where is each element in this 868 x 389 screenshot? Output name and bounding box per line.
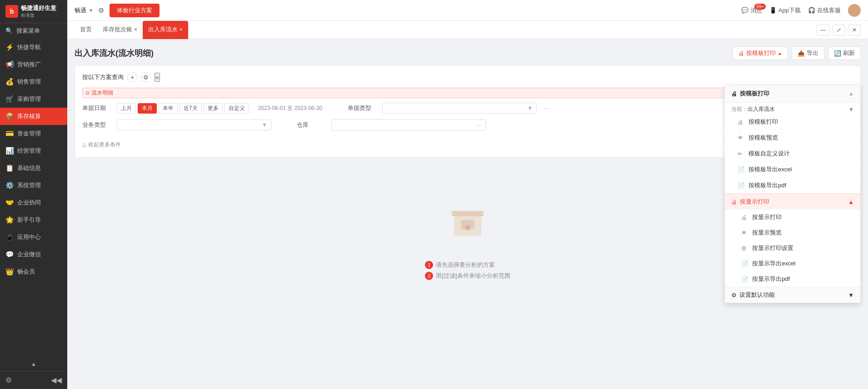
- dropdown-item-display-preview[interactable]: 👁 按显示预览: [725, 225, 860, 240]
- filter-warehouse-select[interactable]: ···: [331, 119, 486, 131]
- header-dropdown-icon[interactable]: ▼: [88, 7, 94, 14]
- tab-home[interactable]: 首页: [75, 21, 97, 39]
- display-section-title: 按显示打印: [740, 198, 769, 206]
- dropdown-item-template-preview[interactable]: 👁 按模板预览: [725, 130, 860, 146]
- search-icon: 🔍: [5, 27, 13, 34]
- dropdown-current-chevron[interactable]: ▼: [848, 106, 854, 113]
- sidebar-item-purchase[interactable]: 🛒 采购管理: [0, 90, 67, 108]
- dropdown-item-template-excel-label: 按模板导出excel: [748, 165, 792, 174]
- tab-flow-close[interactable]: ×: [180, 27, 183, 32]
- messages-badge: 99+: [754, 4, 766, 10]
- dropdown-item-template-print[interactable]: 🖨 按模板打印: [725, 114, 860, 130]
- footer-settings-icon[interactable]: ⚙: [5, 376, 12, 384]
- sidebar-item-marketing[interactable]: 📢 营销推广: [0, 56, 67, 73]
- filter-tag-label: 流水明细: [91, 89, 113, 97]
- dropdown-display-section-header[interactable]: 🖨 按显示打印 ▲: [725, 194, 860, 209]
- sidebar-item-label: 新手引导: [17, 216, 41, 224]
- header-right: 💬 消息 99+ 📱 App下载 🎧 在线客服: [741, 4, 861, 17]
- dropdown-chevron-up[interactable]: ▲: [848, 90, 854, 97]
- template-excel-icon: 📄: [738, 166, 745, 173]
- sidebar-item-wechat[interactable]: 💬 企业微信: [0, 246, 67, 263]
- tab-batch-close[interactable]: ×: [134, 27, 137, 32]
- sidebar-logo: b 畅捷通好生意 标准版: [0, 0, 67, 23]
- dropdown-item-template-custom[interactable]: ✏ 模板自定义设计: [725, 146, 860, 162]
- filter-doc-type-label: 单据类型: [348, 104, 375, 112]
- tab-batch[interactable]: 库存批次账 ×: [97, 21, 143, 39]
- display-section-chevron[interactable]: ▲: [848, 199, 854, 205]
- header-gear-icon[interactable]: ⚙: [98, 6, 104, 15]
- collapse-more[interactable]: △ 收起更多条件: [82, 141, 121, 149]
- app-title: 畅捷通好生意: [21, 5, 56, 12]
- dropdown-item-display-excel[interactable]: 📄 按显示导出excel: [725, 256, 860, 271]
- template-print-icon: 🖨: [738, 119, 745, 125]
- sidebar-item-system[interactable]: ⚙️ 系统管理: [0, 177, 67, 194]
- dropdown-panel: 🖨 按模板打印 ▲ 当前：出入库流水 ▼ 🖨 按模板打印 👁: [724, 85, 861, 303]
- date-btn-this-month[interactable]: 本月: [138, 103, 157, 114]
- messages-item[interactable]: 💬 消息 99+: [741, 6, 762, 15]
- filter-settings-button[interactable]: ⚙: [141, 72, 151, 82]
- filter-biz-type-select[interactable]: ▼: [117, 120, 271, 130]
- tip-1-text: 请先选择要分析的方案: [436, 261, 495, 269]
- display-print-icon: 🖨: [741, 214, 748, 221]
- customer-service-item[interactable]: 🎧 在线客服: [808, 6, 841, 15]
- date-btn-7days[interactable]: 近7天: [180, 103, 202, 114]
- dropdown-header-title: 🖨 按模板打印: [731, 90, 769, 98]
- sidebar-item-guide[interactable]: 🌟 新手引导: [0, 211, 67, 229]
- sidebar-item-inventory[interactable]: 📦 库存核算: [0, 108, 67, 125]
- date-btn-last-month[interactable]: 上月: [117, 103, 136, 114]
- finance-icon: 💳: [5, 130, 14, 138]
- sidebar-item-label: 基础信息: [17, 164, 41, 172]
- template-pdf-icon: 📄: [738, 182, 745, 189]
- dropdown-item-template-export-pdf[interactable]: 📄 按模板导出pdf: [725, 178, 860, 194]
- inventory-icon: 📦: [5, 112, 14, 120]
- print-button[interactable]: 🖨 按模板打印 ▲: [733, 46, 788, 60]
- print-label: 按模板打印: [746, 49, 776, 57]
- date-btn-this-year[interactable]: 本年: [159, 103, 178, 114]
- refresh-label: 刷新: [843, 49, 855, 57]
- dropdown-item-template-export-excel[interactable]: 📄 按模板导出excel: [725, 162, 860, 178]
- page-header: 出入库流水(流水明细) 🖨 按模板打印 ▲ 📤 导出 🔄 刷新: [75, 46, 861, 60]
- sidebar-item-quick-nav[interactable]: ⚡ 快捷导航: [0, 39, 67, 56]
- app-download-label: App下载: [778, 6, 801, 15]
- app-download-item[interactable]: 📱 App下载: [769, 6, 801, 15]
- avatar[interactable]: [848, 4, 861, 17]
- dropdown-item-template-print-label: 按模板打印: [748, 118, 778, 126]
- display-excel-icon: 📄: [741, 260, 748, 267]
- filter-doc-type-select[interactable]: ▼: [382, 103, 537, 114]
- filter-collapse-button[interactable]: «: [155, 73, 160, 82]
- date-btn-more[interactable]: 更多: [204, 103, 223, 114]
- tab-minimize-button[interactable]: —: [816, 25, 830, 35]
- sidebar-item-label: 经营管理: [17, 147, 41, 155]
- sidebar-item-sales[interactable]: 💰 销售管理: [0, 73, 67, 90]
- sidebar-item-member[interactable]: 👑 畅会员: [0, 263, 67, 280]
- export-icon: 📤: [798, 50, 805, 57]
- sidebar-search[interactable]: 🔍 搜索菜单: [0, 23, 67, 39]
- tab-flow[interactable]: 出入库流水 ×: [143, 21, 188, 39]
- customer-service-label: 在线客服: [817, 6, 841, 15]
- dropdown-footer-chevron[interactable]: ▼: [848, 292, 854, 299]
- solution-button[interactable]: 体验行业方案: [110, 4, 160, 17]
- sidebar-item-operation[interactable]: 📊 经营管理: [0, 142, 67, 160]
- dropdown-item-display-pdf[interactable]: 📄 按显示导出pdf: [725, 271, 860, 287]
- export-button[interactable]: 📤 导出: [792, 46, 824, 60]
- filter-add-button[interactable]: +: [127, 72, 137, 82]
- sidebar-item-finance[interactable]: 💳 资金管理: [0, 125, 67, 142]
- filter-date-label: 单据日期: [82, 104, 110, 112]
- guide-icon: 🌟: [5, 216, 14, 224]
- sidebar-item-label: 应用中心: [17, 233, 41, 241]
- tab-expand-button[interactable]: ⤢: [833, 25, 845, 35]
- sidebar-item-basic[interactable]: 📋 基础信息: [0, 160, 67, 177]
- dropdown-footer[interactable]: ⚙ 设置默认功能 ▼: [725, 287, 860, 303]
- filter-doc-type-more[interactable]: ···: [544, 105, 549, 112]
- refresh-button[interactable]: 🔄 刷新: [828, 46, 861, 60]
- sidebar-item-label: 营销推广: [17, 60, 41, 69]
- dropdown-item-display-settings[interactable]: ⚙ 按显示打印设置: [725, 240, 860, 256]
- dropdown-item-display-print[interactable]: 🖨 按显示打印: [725, 209, 860, 225]
- tab-close-all-button[interactable]: ✕: [848, 25, 861, 35]
- date-btn-custom[interactable]: 自定义: [224, 103, 249, 114]
- filter-warehouse-more[interactable]: ···: [476, 121, 482, 129]
- sidebar-item-corp[interactable]: 🤝 企业协同: [0, 194, 67, 211]
- footer-collapse-icon[interactable]: ◀◀: [51, 376, 62, 384]
- sidebar-item-apps[interactable]: 📱 应用中心: [0, 229, 67, 246]
- sidebar-item-label: 畅会员: [17, 268, 35, 276]
